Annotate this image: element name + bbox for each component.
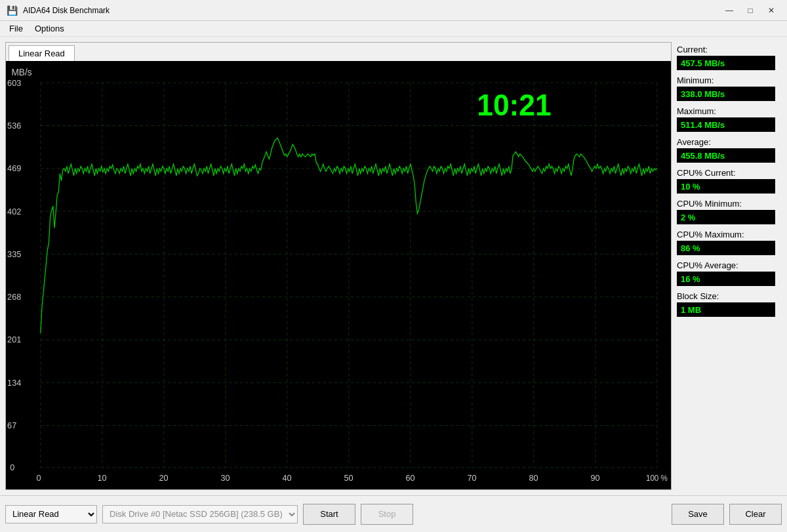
maximum-value: 511.4 MB/s — [677, 117, 775, 132]
title-bar-left: 💾 AIDA64 Disk Benchmark — [7, 5, 110, 16]
svg-text:536: 536 — [7, 121, 21, 131]
svg-text:134: 134 — [7, 377, 21, 387]
menu-options[interactable]: Options — [30, 22, 70, 35]
right-panel: Current: 457.5 MB/s Minimum: 338.0 MB/s … — [677, 42, 782, 490]
maximum-label: Maximum: — [677, 106, 782, 116]
stat-cpu-current: CPU% Current: 10 % — [677, 168, 782, 194]
stat-block-size: Block Size: 1 MB — [677, 291, 782, 317]
svg-text:100 %: 100 % — [646, 473, 668, 482]
svg-text:0: 0 — [10, 462, 14, 472]
title-bar-controls: — □ ✕ — [720, 4, 780, 17]
svg-text:90: 90 — [590, 472, 599, 482]
svg-text:67: 67 — [7, 420, 16, 430]
average-value: 455.8 MB/s — [677, 148, 775, 163]
cpu-maximum-value: 86 % — [677, 241, 775, 255]
svg-rect-0 — [6, 61, 671, 489]
tab-bar: Linear Read — [6, 43, 671, 61]
stat-maximum: Maximum: 511.4 MB/s — [677, 106, 782, 132]
svg-text:50: 50 — [344, 472, 353, 482]
svg-text:335: 335 — [7, 249, 21, 259]
block-size-label: Block Size: — [677, 291, 782, 301]
clear-button[interactable]: Clear — [729, 504, 782, 525]
svg-text:402: 402 — [7, 206, 21, 216]
svg-text:201: 201 — [7, 335, 21, 344]
cpu-average-label: CPU% Average: — [677, 260, 782, 270]
cpu-average-value: 16 % — [677, 272, 775, 286]
cpu-maximum-label: CPU% Maximum: — [677, 230, 782, 239]
minimize-button[interactable]: — — [720, 4, 738, 17]
svg-text:80: 80 — [529, 472, 538, 482]
stop-button[interactable]: Stop — [361, 504, 413, 525]
stat-average: Average: 455.8 MB/s — [677, 137, 782, 163]
close-button[interactable]: ✕ — [762, 4, 780, 17]
svg-text:603: 603 — [7, 77, 21, 87]
svg-text:20: 20 — [159, 472, 168, 482]
test-type-dropdown[interactable]: Linear Read — [5, 505, 97, 523]
main-content: Linear Read MB/s — [0, 37, 787, 495]
left-panel: Linear Read MB/s — [5, 42, 672, 490]
svg-text:469: 469 — [7, 163, 21, 173]
average-label: Average: — [677, 137, 782, 147]
svg-text:60: 60 — [405, 472, 414, 482]
menu-bar: File Options — [0, 21, 787, 37]
tab-linear-read[interactable]: Linear Read — [9, 45, 75, 61]
chart-svg: MB/s — [6, 61, 671, 489]
stat-cpu-minimum: CPU% Minimum: 2 % — [677, 199, 782, 224]
app-title: AIDA64 Disk Benchmark — [23, 6, 110, 15]
cpu-minimum-value: 2 % — [677, 210, 775, 224]
svg-text:268: 268 — [7, 292, 21, 302]
svg-text:30: 30 — [220, 472, 230, 482]
app-icon: 💾 — [7, 5, 18, 16]
bottom-bar: Linear Read Disk Drive #0 [Netac SSD 256… — [0, 495, 787, 532]
cpu-current-label: CPU% Current: — [677, 168, 782, 178]
stat-minimum: Minimum: 338.0 MB/s — [677, 75, 782, 101]
minimum-label: Minimum: — [677, 75, 782, 85]
stat-cpu-maximum: CPU% Maximum: 86 % — [677, 230, 782, 255]
current-label: Current: — [677, 45, 782, 54]
cpu-minimum-label: CPU% Minimum: — [677, 199, 782, 209]
svg-text:MB/s: MB/s — [11, 67, 31, 77]
chart-container: MB/s — [6, 61, 671, 489]
svg-text:70: 70 — [467, 472, 476, 482]
cpu-current-value: 10 % — [677, 179, 775, 194]
start-button[interactable]: Start — [303, 504, 355, 525]
menu-file[interactable]: File — [4, 22, 28, 35]
maximize-button[interactable]: □ — [741, 4, 759, 17]
minimum-value: 338.0 MB/s — [677, 87, 775, 101]
current-value: 457.5 MB/s — [677, 56, 775, 70]
svg-text:10: 10 — [97, 472, 106, 482]
svg-text:0: 0 — [36, 472, 41, 482]
svg-text:10:21: 10:21 — [477, 88, 551, 122]
stat-current: Current: 457.5 MB/s — [677, 45, 782, 70]
disk-dropdown[interactable]: Disk Drive #0 [Netac SSD 256GB] (238.5 G… — [102, 505, 298, 523]
title-bar: 💾 AIDA64 Disk Benchmark — □ ✕ — [0, 0, 787, 21]
save-button[interactable]: Save — [672, 504, 724, 525]
stat-cpu-average: CPU% Average: 16 % — [677, 260, 782, 286]
svg-text:40: 40 — [282, 472, 291, 482]
block-size-value: 1 MB — [677, 302, 775, 317]
